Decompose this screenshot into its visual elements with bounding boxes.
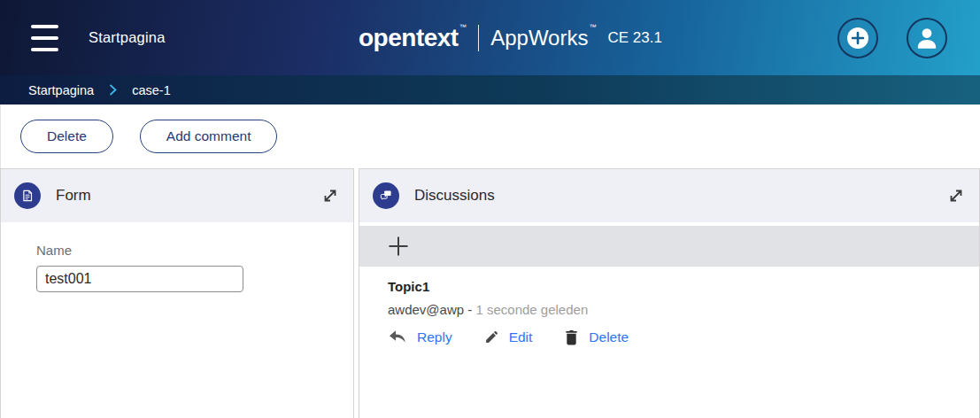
breadcrumb-item-current: case-1 xyxy=(132,83,171,97)
edit-button[interactable]: Edit xyxy=(484,329,533,345)
brand-trademark: ™ xyxy=(459,23,467,31)
menu-icon[interactable] xyxy=(31,25,58,51)
name-input[interactable] xyxy=(36,266,243,292)
header-actions xyxy=(837,0,947,75)
brand-product: AppWorks xyxy=(490,26,588,50)
reply-icon xyxy=(388,329,407,345)
form-document-icon xyxy=(14,182,41,209)
discussions-panel: Discussions Topic1 awde xyxy=(359,168,980,418)
brand-logo: opentext ™ AppWorks ™ CE 23.1 xyxy=(359,0,662,75)
reply-label: Reply xyxy=(417,329,452,345)
delete-topic-button[interactable]: Delete xyxy=(564,329,629,345)
brand-product-trademark: ™ xyxy=(589,23,596,31)
delete-topic-label: Delete xyxy=(589,329,629,345)
trash-icon xyxy=(564,329,579,345)
expand-icon xyxy=(321,187,339,205)
chevron-right-icon xyxy=(109,84,117,96)
discussions-chat-icon xyxy=(373,182,399,209)
discussions-panel-title: Discussions xyxy=(414,187,495,205)
form-body: Name xyxy=(1,222,353,313)
topic-actions: Reply Edit xyxy=(388,329,979,345)
topic-title: Topic1 xyxy=(388,279,979,294)
topic-time-ago: 1 seconde geleden xyxy=(475,302,588,317)
edit-label: Edit xyxy=(509,329,533,345)
form-panel: Form Name xyxy=(0,168,354,418)
name-field-label: Name xyxy=(36,243,318,258)
topic-meta-separator: - xyxy=(467,302,472,317)
app-header: Startpagina opentext ™ AppWorks ™ CE 23.… xyxy=(0,0,980,75)
breadcrumb: Startpagina case-1 xyxy=(0,75,980,104)
brand-divider xyxy=(478,25,480,51)
discussions-panel-header: Discussions xyxy=(359,169,979,222)
add-button[interactable] xyxy=(837,18,878,58)
brand-version: CE 23.1 xyxy=(607,29,661,47)
breadcrumb-item-startpagina[interactable]: Startpagina xyxy=(28,83,94,97)
user-avatar-button[interactable] xyxy=(907,18,947,58)
form-panel-header: Form xyxy=(1,169,353,222)
user-icon xyxy=(914,25,940,51)
plus-icon xyxy=(386,234,411,259)
topic-author: awdev@awp xyxy=(388,302,464,317)
expand-icon xyxy=(947,187,965,205)
form-expand-button[interactable] xyxy=(321,187,339,205)
add-comment-button[interactable]: Add comment xyxy=(140,120,278,153)
delete-case-button[interactable]: Delete xyxy=(20,120,113,153)
form-panel-title: Form xyxy=(56,187,91,205)
reply-button[interactable]: Reply xyxy=(388,329,452,345)
pencil-icon xyxy=(484,329,499,344)
discussions-toolbar xyxy=(359,226,979,267)
discussions-expand-button[interactable] xyxy=(947,187,965,205)
brand-name: opentext xyxy=(359,24,459,52)
add-topic-button[interactable] xyxy=(386,234,411,259)
page-title: Startpagina xyxy=(89,29,166,46)
topic-meta: awdev@awp - 1 seconde geleden xyxy=(388,302,979,317)
main-content: Form Name xyxy=(0,168,980,418)
discussion-topic: Topic1 awdev@awp - 1 seconde geleden Rep… xyxy=(359,267,979,345)
action-toolbar: Delete Add comment xyxy=(0,104,980,168)
plus-circle-icon xyxy=(846,27,869,50)
